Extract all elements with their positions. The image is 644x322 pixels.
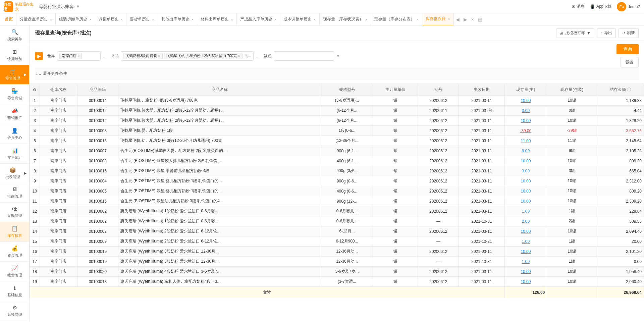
row-qty-main[interactable]: -39.00 bbox=[504, 126, 547, 136]
row-spec: (3-7岁适... bbox=[321, 277, 373, 287]
tab-chan-pin[interactable]: 产成品入库单历史 × bbox=[237, 13, 280, 25]
sidebar-item-quick-nav[interactable]: ⊞ 快捷导航 bbox=[0, 45, 29, 65]
row-qty-pack: 2罐 bbox=[547, 216, 597, 226]
close-icon[interactable]: × bbox=[274, 17, 276, 21]
row-qty-main[interactable]: 10.00 bbox=[504, 116, 547, 126]
col-settings[interactable]: ⚙ bbox=[30, 84, 40, 96]
tab-next-btn[interactable]: ▶ bbox=[462, 17, 469, 22]
tab-xian-cun-ku[interactable]: 现存量（库存状况表） × bbox=[320, 13, 371, 25]
sidebar-item-inventory[interactable]: 📋 库存核算 bbox=[0, 222, 29, 242]
close-icon[interactable]: × bbox=[417, 17, 419, 21]
color-tag-container[interactable] bbox=[274, 51, 334, 61]
row-qty-main[interactable]: 10.00 bbox=[504, 226, 547, 236]
product-tag-container[interactable]: 飞鹤奶粉3段两提装 × 飞鹤星飞帆 儿童奶粉 4段(3-6岁适用) 700克 ×… bbox=[121, 51, 254, 61]
product-tag-1[interactable]: 飞鹤奶粉3段两提装 × bbox=[123, 53, 163, 59]
close-icon[interactable]: × bbox=[121, 17, 123, 21]
sidebar-item-marketing[interactable]: 📣 营销推广 bbox=[0, 104, 29, 124]
row-qty-main[interactable]: 10.00 bbox=[504, 96, 547, 106]
close-icon[interactable]: × bbox=[314, 17, 316, 21]
warehouse-tag-container[interactable]: 南岸门店 × bbox=[57, 51, 101, 61]
row-qty-main[interactable]: 10.00 bbox=[504, 196, 547, 206]
row-qty-pack: 10罐 bbox=[547, 247, 597, 257]
sidebar-item-member[interactable]: 👤 会员中心 bbox=[0, 124, 29, 144]
product-tag-2[interactable]: 飞鹤星飞帆 儿童奶粉 4段(3-6岁适用) 700克 × bbox=[164, 53, 243, 59]
sidebar-item-retail-stats[interactable]: 📊 零售统计 bbox=[0, 144, 29, 164]
message-btn[interactable]: ✉ 消息 bbox=[572, 4, 585, 9]
row-qty-main[interactable]: 10.00 bbox=[504, 186, 547, 196]
close-icon[interactable]: × bbox=[231, 17, 233, 21]
sidebar-item-wholesale[interactable]: 📦 批发管理 ▶ bbox=[0, 164, 29, 183]
row-no: 4 bbox=[30, 126, 40, 136]
filter-expand-btn[interactable]: ▶ bbox=[35, 52, 43, 60]
sidebar-item-basic-info[interactable]: ℹ 基础信息 bbox=[0, 281, 29, 301]
tab-yao-huo[interactable]: 要货单历史 × bbox=[126, 13, 158, 25]
close-icon[interactable]: × bbox=[152, 17, 154, 21]
sidebar-item-label: 基础信息 bbox=[7, 292, 22, 298]
settings-icon[interactable]: ⚙ bbox=[33, 88, 37, 92]
row-qty-main[interactable]: 10.00 bbox=[504, 247, 547, 257]
row-qty-main[interactable]: 3.00 bbox=[504, 166, 547, 176]
product-more-btn[interactable]: … bbox=[256, 54, 260, 58]
row-amount: 1,958.40 bbox=[597, 267, 644, 277]
query-btn[interactable]: 查询 bbox=[616, 44, 639, 54]
sidebar-item-finance[interactable]: 💰 资金管理 bbox=[0, 242, 29, 262]
row-qty-main[interactable]: 10.00 bbox=[504, 176, 547, 186]
print-btn[interactable]: 🖨 按模板打印 ▼ bbox=[556, 28, 594, 38]
sidebar-item-retail-mgmt[interactable]: 🛒 零售管理 ▶ bbox=[0, 65, 29, 85]
close-icon[interactable]: × bbox=[50, 17, 52, 21]
expand-more-btn[interactable]: ⌄⌄ 展开更多条件 bbox=[35, 71, 639, 76]
row-qty-main[interactable]: 1.00 bbox=[504, 257, 547, 267]
row-amount: 2,312.00 bbox=[597, 176, 644, 186]
row-qty-main[interactable]: 10.00 bbox=[504, 156, 547, 166]
tab-diao-bo[interactable]: 调拨单历史 × bbox=[95, 13, 126, 25]
tab-menu-btn[interactable]: ▤ bbox=[476, 17, 484, 22]
sidebar-item-ecommerce[interactable]: 🖥 电商管理 bbox=[0, 183, 29, 203]
table-row: 18 南岸门店 00100020 惠氏启瑞 (Wyeth illuma) 4段奶… bbox=[30, 267, 644, 277]
row-qty-main[interactable]: 1.00 bbox=[504, 236, 547, 247]
close-icon[interactable]: × bbox=[89, 17, 91, 21]
close-icon[interactable]: × bbox=[448, 17, 450, 21]
row-qty-main[interactable]: 10.00 bbox=[504, 277, 547, 287]
refresh-btn[interactable]: ↺ 刷新 bbox=[619, 28, 639, 38]
close-icon[interactable]: × bbox=[192, 17, 194, 21]
tab-zu-chai[interactable]: 组装拆卸单历史 × bbox=[56, 13, 95, 25]
export-btn[interactable]: ↑ 导出 bbox=[597, 28, 616, 38]
row-unit: 罐 bbox=[373, 277, 418, 287]
row-qty-main[interactable]: 9.00 bbox=[504, 146, 547, 156]
dropdown-arrow-icon[interactable]: ▼ bbox=[76, 4, 80, 9]
row-no: 2 bbox=[30, 106, 40, 116]
close-icon[interactable]: × bbox=[365, 17, 367, 21]
product-tag-2-close[interactable]: × bbox=[238, 54, 240, 58]
sidebar-item-system[interactable]: ⚙ 系统管理 bbox=[0, 301, 29, 321]
sidebar-item-retail-shop[interactable]: 🏪 零售商城 bbox=[0, 85, 29, 104]
header-actions: 🖨 按模板打印 ▼ ↑ 导出 ↺ 刷新 bbox=[556, 28, 639, 38]
row-code: 00100019 bbox=[77, 247, 118, 257]
color-dropdown-arrow-icon[interactable]: ▼ bbox=[336, 54, 340, 58]
tab-home[interactable]: 首页 bbox=[1, 13, 16, 25]
setting-btn[interactable]: 设置 bbox=[621, 57, 639, 67]
warehouse-more-btn[interactable]: … bbox=[103, 54, 107, 58]
tab-xian-cun-fen[interactable]: 现存量（库存分布表） × bbox=[371, 13, 422, 25]
row-qty-main[interactable]: 11.00 bbox=[504, 136, 547, 146]
tab-fen-pan[interactable]: 分量盘点单历史 × bbox=[16, 13, 56, 25]
tab-ku-cun-pi-ci[interactable]: 库存批次账 × bbox=[422, 13, 453, 25]
tab-close-btn[interactable]: × bbox=[469, 17, 476, 22]
tab-prev-btn[interactable]: ◀ bbox=[454, 17, 462, 22]
product-tag-1-close[interactable]: × bbox=[158, 54, 160, 58]
row-qty-main[interactable]: 1.00 bbox=[504, 206, 547, 216]
user-area[interactable]: Ea demo2 bbox=[617, 2, 640, 11]
row-qty-main[interactable]: 0.00 bbox=[504, 106, 547, 116]
warehouse-tag-close[interactable]: × bbox=[77, 54, 79, 58]
warehouse-tag[interactable]: 南岸门店 × bbox=[59, 53, 82, 59]
row-unit: 罐 bbox=[373, 156, 418, 166]
row-qty-main[interactable]: 10.00 bbox=[504, 267, 547, 277]
tab-qi-ta-chu[interactable]: 其他出库单历史 × bbox=[158, 13, 197, 25]
row-qty-main[interactable]: 2.00 bbox=[504, 216, 547, 226]
sidebar-item-purchase[interactable]: 🛍 采购管理 bbox=[0, 203, 29, 222]
sidebar-item-search[interactable]: 🔍 搜索英单 bbox=[0, 25, 29, 45]
system-title[interactable]: 母婴行业演示账套 ▼ bbox=[39, 4, 119, 10]
tab-cheng-ben[interactable]: 成本调整单历史 × bbox=[280, 13, 319, 25]
tab-cai-liao[interactable]: 材料出库单历史 × bbox=[197, 13, 236, 25]
sidebar-item-ops[interactable]: 📈 经营管理 bbox=[0, 262, 29, 281]
app-download-btn[interactable]: 📱 App下载 bbox=[590, 4, 611, 9]
